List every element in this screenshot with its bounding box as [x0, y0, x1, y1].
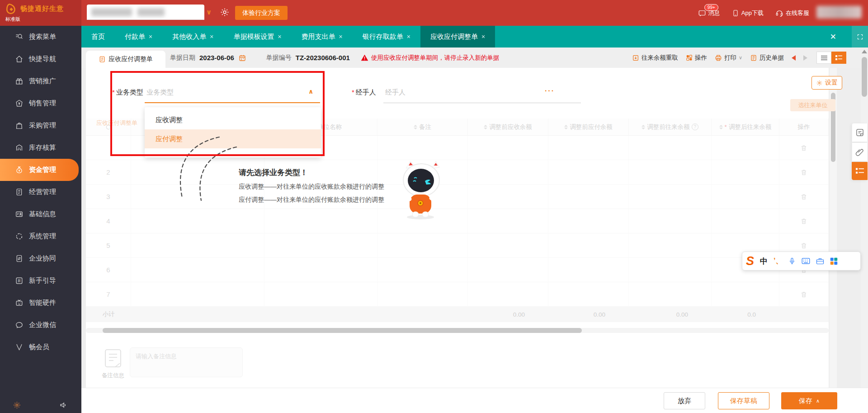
app-download-item[interactable]: App下载 — [732, 9, 764, 17]
help-icon[interactable]: ? — [692, 123, 698, 130]
side-panel-button[interactable] — [852, 162, 868, 180]
horizontal-scrollbar-thumb[interactable] — [103, 328, 582, 333]
delete-row-button[interactable] — [779, 185, 829, 209]
company-selector[interactable] — [87, 5, 204, 20]
history-button[interactable]: 历史单据 — [750, 54, 784, 62]
tab-other-income[interactable]: 其他收入单× — [162, 26, 223, 47]
tab-close-icon[interactable]: × — [481, 33, 485, 40]
tab-ar-ap-adjustment[interactable]: 应收应付调整单× — [420, 26, 495, 47]
online-service-item[interactable]: 在线客服 — [775, 9, 809, 17]
tab-expense[interactable]: 费用支出单× — [292, 26, 353, 47]
page-scrollbar-track[interactable] — [861, 47, 868, 413]
settings-button[interactable]: 设置 — [811, 76, 842, 90]
warehouse-icon — [15, 143, 24, 152]
messages-item[interactable]: 99+ 消息 — [698, 9, 720, 17]
empty-cell — [131, 209, 264, 233]
sidebar-item-member[interactable]: 畅会员 — [0, 336, 81, 358]
user-account-area[interactable] — [816, 6, 862, 19]
table-header-operation: 操作 — [779, 119, 829, 135]
sidebar-item-collaboration[interactable]: 企业协同 — [0, 247, 81, 270]
note-input[interactable]: 请输入备注信息 — [130, 347, 243, 377]
shopping-bag-icon — [15, 121, 24, 130]
sidebar-item-smart-hardware[interactable]: 智能硬件 — [0, 292, 81, 314]
sidebar-settings-gear-icon[interactable] — [13, 401, 21, 409]
sidebar-sound-icon[interactable] — [59, 401, 68, 409]
tab-home[interactable]: 首页 — [81, 26, 115, 47]
handler-more-icon[interactable]: ··· — [545, 87, 555, 95]
abandon-button[interactable]: 放弃 — [664, 392, 705, 409]
table-header-pre-ap[interactable]: 调整前应付余额 — [548, 119, 629, 135]
ime-skin-grid-icon[interactable] — [830, 257, 838, 265]
close-all-tabs-icon[interactable]: ✕ — [830, 32, 836, 42]
delete-row-button[interactable] — [779, 136, 829, 160]
tab-close-icon[interactable]: × — [149, 33, 152, 40]
print-button[interactable]: 打印 ∨ — [715, 54, 742, 62]
sidebar-item-base-info[interactable]: 基础信息 — [0, 203, 81, 225]
tab-bar: 首页 付款单× 其他收入单× 单据模板设置× 费用支出单× 银行存取款单× 应收… — [81, 26, 868, 47]
sidebar-item-marketing[interactable]: 营销推广 — [0, 70, 81, 92]
biz-type-input[interactable]: 业务类型 — [146, 88, 174, 97]
tab-template-settings[interactable]: 单据模板设置× — [223, 26, 291, 47]
empty-cell — [629, 160, 712, 184]
table-header-pre-ar[interactable]: 调整前应收余额 — [468, 119, 548, 135]
ime-keyboard-icon[interactable] — [802, 257, 810, 265]
rebalance-button[interactable]: 往来余额重取 — [632, 54, 678, 62]
dropdown-option-receivable[interactable]: 应收调整 — [145, 110, 321, 129]
next-doc-icon[interactable] — [803, 55, 807, 61]
empty-cell — [131, 258, 264, 282]
table-header-pre-balance[interactable]: 调整前往来余额? — [629, 119, 712, 135]
page-scrollbar-thumb[interactable] — [862, 57, 867, 97]
ime-toolbox-icon[interactable] — [816, 257, 824, 265]
tab-bank[interactable]: 银行存取款单× — [353, 26, 420, 47]
prev-doc-icon[interactable] — [792, 55, 796, 61]
delete-row-button[interactable] — [779, 209, 829, 233]
save-button[interactable]: 保存 ∧ — [781, 392, 837, 409]
handler-input[interactable]: 经手人 — [385, 88, 406, 97]
sidebar-item-wechat-work[interactable]: 企业微信 — [0, 314, 81, 336]
tab-payment[interactable]: 付款单× — [115, 26, 162, 47]
empty-cell — [548, 258, 629, 282]
sidebar-item-procurement[interactable]: 采购管理 — [0, 114, 81, 137]
sidebar-item-quick-nav[interactable]: 快捷导航 — [0, 48, 81, 70]
scrollbar-up-arrow[interactable] — [862, 50, 867, 53]
calendar-icon[interactable] — [238, 54, 246, 62]
try-industry-button[interactable]: 体验行业方案 — [235, 6, 288, 20]
sidebar-item-funds[interactable]: 资金管理 — [0, 159, 79, 181]
list-view-toggle[interactable] — [816, 52, 831, 64]
biz-type-chevron-up-icon[interactable]: ∧ — [308, 88, 313, 95]
ime-language-mode[interactable]: 中 — [760, 256, 768, 266]
printer-icon — [715, 54, 722, 62]
sidebar-item-search-menu[interactable]: 搜索菜单 — [0, 26, 81, 48]
actions-menu-button[interactable]: 操作 — [686, 54, 707, 62]
sogou-logo-icon[interactable]: S — [746, 254, 754, 268]
delete-row-button[interactable] — [779, 282, 829, 306]
sidebar-item-inventory[interactable]: 库存核算 — [0, 137, 81, 159]
draft-note-button[interactable] — [852, 123, 868, 142]
dropdown-option-payable[interactable]: 应付调整 — [145, 129, 321, 148]
doc-date-value[interactable]: 2023-06-06 — [199, 54, 234, 62]
attachment-button[interactable] — [852, 142, 868, 161]
doc-number-value[interactable]: TZ-20230606-001 — [296, 54, 350, 62]
print-caret-icon: ∨ — [739, 55, 742, 61]
sidebar-item-operations[interactable]: 经营管理 — [0, 181, 81, 203]
tab-close-icon[interactable]: × — [210, 33, 213, 40]
company-selector-caret-icon[interactable]: ∨ — [206, 8, 212, 16]
sidebar-item-newbie-guide[interactable]: 新 新手引导 — [0, 270, 81, 292]
table-header-remark[interactable]: 备注 — [377, 119, 468, 135]
select-partner-button[interactable]: 选往来单位 — [790, 99, 835, 111]
detail-view-toggle[interactable] — [831, 52, 846, 64]
document-type-pill[interactable]: 应收应付调整单 — [86, 51, 165, 68]
tab-close-icon[interactable]: × — [339, 33, 343, 40]
header-gear-icon[interactable] — [220, 7, 230, 19]
table-header-post-balance[interactable]: *调整后往来余额 — [712, 119, 779, 135]
ime-mic-icon[interactable] — [788, 257, 796, 265]
fullscreen-corner[interactable] — [852, 26, 868, 47]
save-draft-button[interactable]: 保存草稿 — [718, 392, 769, 409]
tab-close-icon[interactable]: × — [407, 33, 410, 40]
sidebar-item-sales[interactable]: 销售管理 — [0, 92, 81, 114]
ime-punctuation-icon[interactable]: ’、 — [774, 256, 783, 266]
row-number: 3 — [86, 185, 131, 209]
tab-close-icon[interactable]: × — [278, 33, 281, 40]
sidebar-item-system[interactable]: 系统管理 — [0, 225, 81, 247]
delete-row-button[interactable] — [779, 160, 829, 184]
